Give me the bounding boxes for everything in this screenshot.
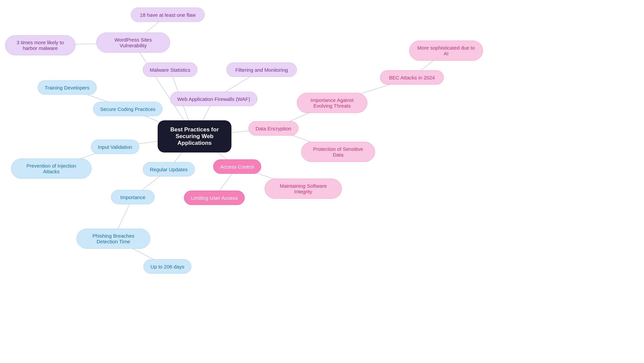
node-waf[interactable]: Web Application Firewalls (WAF) bbox=[170, 92, 257, 106]
node-wordpress[interactable]: WordPress Sites Vulnerability bbox=[96, 33, 170, 53]
node-206days[interactable]: Up to 206 days bbox=[144, 259, 192, 274]
node-bec[interactable]: BEC Attacks in 2024 bbox=[380, 70, 444, 85]
node-importance-blue[interactable]: Importance bbox=[111, 190, 155, 204]
node-protection[interactable]: Protection of Sensitive Data bbox=[301, 142, 375, 162]
node-training-dev[interactable]: Training Developers bbox=[38, 80, 97, 95]
node-limiting[interactable]: Limiting User Access bbox=[184, 191, 245, 205]
node-access-control[interactable]: Access Control bbox=[213, 160, 261, 174]
node-3times[interactable]: 3 times more likely to harbor malware bbox=[5, 35, 75, 55]
mind-map: Best Practices for Securing Web Applicat… bbox=[0, 0, 644, 363]
node-18flaw[interactable]: 18 have at least one flaw bbox=[131, 8, 205, 22]
node-data-enc[interactable]: Data Encryption bbox=[249, 121, 299, 136]
node-input-val[interactable]: Input Validation bbox=[91, 140, 139, 154]
node-secure-coding[interactable]: Secure Coding Practices bbox=[93, 102, 162, 116]
node-regular-updates[interactable]: Regular Updates bbox=[143, 162, 195, 177]
node-malware-stat[interactable]: Malware Statistics bbox=[143, 63, 198, 77]
node-filtering[interactable]: Filtering and Monitoring bbox=[226, 63, 297, 77]
node-more-soph[interactable]: More sophisticated due to AI bbox=[409, 41, 483, 61]
node-prevention[interactable]: Prevention of Injection Attacks bbox=[11, 159, 92, 179]
node-phishing[interactable]: Phishing Breaches Detection Time bbox=[76, 229, 150, 249]
center-node[interactable]: Best Practices for Securing Web Applicat… bbox=[158, 120, 231, 153]
node-importance-against[interactable]: Importance Against Evolving Threats bbox=[297, 93, 367, 113]
node-maintaining[interactable]: Maintaining Software Integrity bbox=[265, 179, 342, 199]
